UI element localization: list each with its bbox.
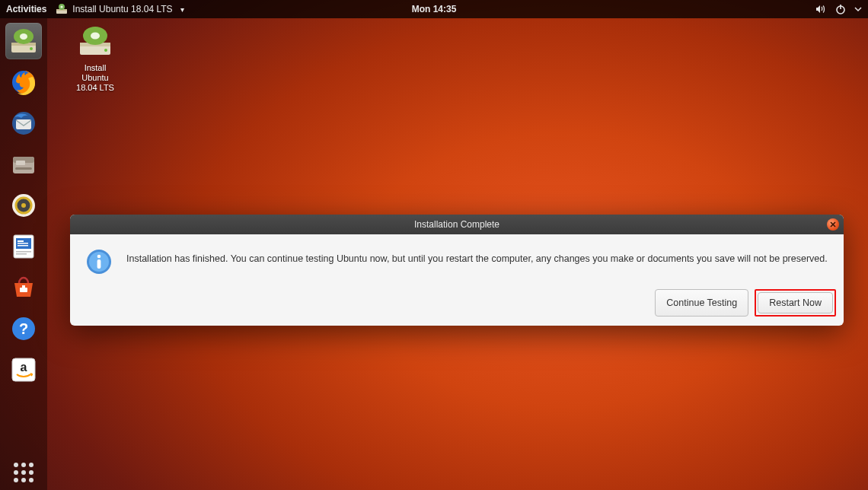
svg-rect-13 (16, 119, 31, 129)
power-icon[interactable] (834, 3, 847, 15)
dock-item-files[interactable] (5, 146, 42, 183)
dialog-actions: Continue Testing Restart Now (70, 283, 844, 326)
show-applications-button[interactable] (0, 463, 47, 482)
restart-highlight: Restart Now (755, 289, 836, 317)
svg-point-41 (97, 255, 101, 259)
svg-point-38 (104, 49, 107, 52)
svg-rect-25 (18, 245, 28, 247)
dock-item-libreoffice-writer[interactable] (5, 228, 42, 265)
active-app-menu[interactable]: Install Ubuntu 18.04 LTS (56, 3, 183, 15)
dock-item-firefox[interactable] (5, 64, 42, 100)
dock-item-thunderbird[interactable] (5, 105, 42, 142)
volume-icon[interactable] (815, 3, 827, 15)
svg-rect-16 (16, 161, 25, 165)
svg-rect-24 (18, 243, 28, 244)
svg-point-9 (20, 33, 27, 40)
dock-item-installer[interactable] (5, 23, 42, 59)
desktop-install-label: Install Ubuntu 18.04 LTS (65, 63, 126, 94)
dock-item-help[interactable]: ? (5, 310, 42, 347)
svg-rect-26 (16, 251, 31, 253)
top-bar: Activities Install Ubuntu 18.04 LTS Mon … (0, 0, 868, 18)
svg-point-10 (30, 47, 33, 50)
svg-point-20 (21, 203, 26, 208)
svg-text:a: a (21, 361, 27, 374)
clock[interactable]: Mon 14:35 (412, 4, 457, 14)
restart-now-button[interactable]: Restart Now (758, 292, 833, 313)
svg-rect-23 (18, 240, 24, 242)
svg-point-37 (91, 33, 100, 40)
installation-complete-dialog: Installation Complete Installation has f… (70, 215, 844, 326)
apps-grid-icon (14, 463, 34, 482)
svg-rect-42 (97, 259, 101, 269)
svg-point-3 (61, 5, 63, 8)
chevron-down-icon[interactable] (854, 5, 862, 13)
installer-icon-small (56, 3, 68, 15)
info-icon (85, 248, 113, 275)
svg-rect-29 (22, 285, 25, 288)
desktop-install-icon[interactable]: Install Ubuntu 18.04 LTS (65, 24, 126, 94)
dock-item-amazon[interactable]: a (5, 352, 42, 388)
dialog-message: Installation has finished. You can conti… (126, 248, 828, 266)
svg-text:?: ? (19, 320, 28, 337)
continue-testing-button[interactable]: Continue Testing (655, 289, 748, 317)
activities-button[interactable]: Activities (6, 4, 46, 14)
dock: ? a (0, 18, 47, 490)
svg-rect-17 (15, 167, 32, 170)
dock-item-ubuntu-software[interactable] (5, 269, 42, 306)
close-icon[interactable] (827, 218, 839, 231)
svg-rect-27 (16, 253, 27, 255)
dialog-title-text: Installation Complete (414, 219, 499, 230)
active-app-title: Install Ubuntu 18.04 LTS (72, 4, 172, 14)
dock-item-rhythmbox[interactable] (5, 187, 42, 224)
dialog-title-bar: Installation Complete (70, 215, 844, 234)
